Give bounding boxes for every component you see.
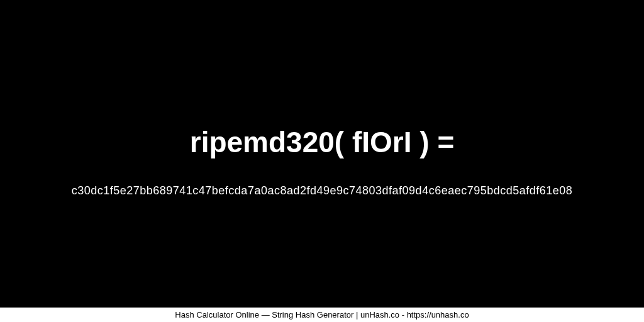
hash-expression: ripemd320( fIOrI ) = [190,125,455,159]
footer-text: Hash Calculator Online — String Hash Gen… [175,310,469,319]
main-content: ripemd320( fIOrI ) = c30dc1f5e27bb689741… [72,125,573,197]
footer: Hash Calculator Online — String Hash Gen… [0,308,644,322]
hash-result: c30dc1f5e27bb689741c47befcda7a0ac8ad2fd4… [72,184,573,197]
